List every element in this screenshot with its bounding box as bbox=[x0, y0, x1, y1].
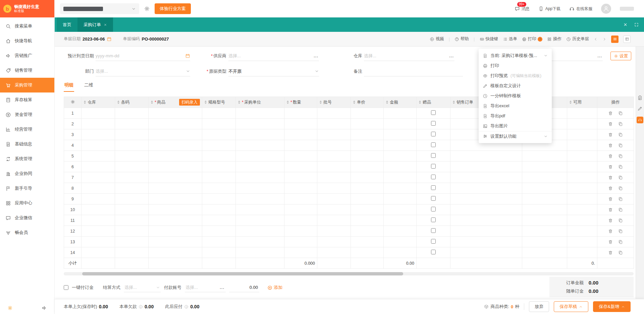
delete-row-icon[interactable] bbox=[608, 250, 613, 255]
cell-amount[interactable] bbox=[384, 215, 417, 226]
help-button[interactable]: 帮助 bbox=[454, 36, 469, 42]
cell-available[interactable] bbox=[567, 194, 597, 204]
sidebar-item-collaboration[interactable]: 企业协同 bbox=[0, 166, 54, 181]
cell-spec[interactable] bbox=[202, 151, 236, 162]
cell-unit[interactable] bbox=[236, 237, 284, 247]
cell-amount[interactable] bbox=[384, 194, 417, 204]
user-avatar[interactable] bbox=[601, 4, 611, 14]
menu-print-preview[interactable]: 打印预览(可编辑当前模板) bbox=[479, 71, 552, 81]
cell-available[interactable] bbox=[567, 119, 597, 129]
cell-batch[interactable] bbox=[317, 204, 351, 215]
copy-row-icon[interactable] bbox=[618, 132, 623, 137]
cell-price[interactable] bbox=[351, 215, 384, 226]
cell-warehouse[interactable] bbox=[82, 129, 115, 140]
cell-spec[interactable] bbox=[202, 129, 236, 140]
cell-amount[interactable] bbox=[384, 129, 417, 140]
view-toggle-table[interactable] bbox=[623, 36, 631, 43]
delete-row-icon[interactable] bbox=[608, 132, 613, 137]
gift-checkbox[interactable] bbox=[431, 132, 436, 136]
cell-batch[interactable] bbox=[317, 108, 351, 119]
doc-date-value[interactable]: 2023-06-06 bbox=[83, 37, 105, 42]
gift-checkbox[interactable] bbox=[431, 207, 436, 211]
cell-batch[interactable] bbox=[317, 172, 351, 183]
delete-row-icon[interactable] bbox=[608, 154, 613, 159]
cell-available[interactable] bbox=[567, 183, 597, 194]
cell-package[interactable] bbox=[522, 237, 567, 247]
cell-goods[interactable] bbox=[149, 247, 202, 258]
cell-batch[interactable] bbox=[317, 119, 351, 129]
sidebar-item-guide[interactable]: 新手引导 bbox=[0, 181, 54, 196]
delete-row-icon[interactable] bbox=[608, 197, 613, 201]
cell-batch[interactable] bbox=[317, 237, 351, 247]
cell-spec[interactable] bbox=[202, 172, 236, 183]
cell-package[interactable] bbox=[522, 172, 567, 183]
expected-date-input[interactable] bbox=[96, 53, 183, 58]
cell-warehouse[interactable] bbox=[82, 237, 115, 247]
cell-quantity[interactable] bbox=[284, 237, 317, 247]
cell-goods[interactable] bbox=[149, 129, 202, 140]
cell-goods[interactable] bbox=[149, 215, 202, 226]
cell-unit[interactable] bbox=[236, 108, 284, 119]
clipboard-icon[interactable] bbox=[637, 95, 643, 101]
add-payment-button[interactable]: 添加 bbox=[267, 285, 282, 291]
cell-batch[interactable] bbox=[317, 162, 351, 172]
gift-checkbox[interactable] bbox=[431, 239, 436, 244]
column-settings-button[interactable] bbox=[64, 97, 82, 108]
delete-row-icon[interactable] bbox=[608, 143, 613, 148]
delete-row-icon[interactable] bbox=[608, 240, 613, 244]
cell-available[interactable] bbox=[567, 151, 597, 162]
menu-current-template[interactable]: 当前: 采购订单模板-预... bbox=[479, 51, 552, 61]
cell-unit[interactable] bbox=[236, 215, 284, 226]
cell-spec[interactable] bbox=[202, 194, 236, 204]
scrollbar-thumb[interactable] bbox=[82, 272, 403, 275]
scan-input-button[interactable]: 扫码录入 bbox=[179, 99, 200, 106]
cell-batch[interactable] bbox=[317, 247, 351, 258]
settle-method-select[interactable]: 选择... bbox=[124, 283, 161, 292]
sidebar-item-sales[interactable]: 销售管理 bbox=[0, 63, 54, 78]
cell-warehouse[interactable] bbox=[82, 215, 115, 226]
print-button[interactable]: 打印 bbox=[522, 36, 542, 42]
cell-unit[interactable] bbox=[236, 226, 284, 237]
cell-barcode[interactable] bbox=[115, 129, 149, 140]
menu-template-design[interactable]: 模板自定义设计 bbox=[479, 81, 552, 91]
cell-package[interactable] bbox=[522, 215, 567, 226]
cell-quantity[interactable] bbox=[284, 204, 317, 215]
sidebar-item-marketing[interactable]: 营销推广 bbox=[0, 48, 54, 63]
col-quantity[interactable]: *数量 bbox=[284, 97, 317, 108]
cell-amount[interactable] bbox=[384, 183, 417, 194]
cell-unit[interactable] bbox=[236, 151, 284, 162]
cell-spec[interactable] bbox=[202, 140, 236, 151]
cell-package[interactable] bbox=[522, 162, 567, 172]
copy-row-icon[interactable] bbox=[618, 218, 623, 223]
next-doc-icon[interactable] bbox=[602, 37, 606, 41]
cell-package[interactable] bbox=[522, 183, 567, 194]
cell-available[interactable] bbox=[567, 108, 597, 119]
cell-sales-order[interactable] bbox=[450, 172, 522, 183]
cell-price[interactable] bbox=[351, 119, 384, 129]
cell-unit[interactable] bbox=[236, 204, 284, 215]
prev-doc-icon[interactable] bbox=[594, 37, 598, 41]
remark-input[interactable] bbox=[364, 69, 463, 74]
copy-row-icon[interactable] bbox=[618, 197, 623, 201]
cell-goods[interactable] bbox=[149, 108, 202, 119]
cell-spec[interactable] bbox=[202, 162, 236, 172]
copy-row-icon[interactable] bbox=[618, 175, 623, 180]
close-tab-icon[interactable] bbox=[104, 23, 107, 26]
sidebar-item-inventory[interactable]: 库存核算 bbox=[0, 92, 54, 107]
cell-sales-order[interactable] bbox=[450, 215, 522, 226]
cell-spec[interactable] bbox=[202, 119, 236, 129]
delete-row-icon[interactable] bbox=[608, 165, 613, 169]
cell-amount[interactable] bbox=[384, 237, 417, 247]
cell-price[interactable] bbox=[351, 162, 384, 172]
gift-checkbox[interactable] bbox=[431, 217, 436, 222]
cell-quantity[interactable] bbox=[284, 162, 317, 172]
cell-batch[interactable] bbox=[317, 151, 351, 162]
cell-price[interactable] bbox=[351, 204, 384, 215]
cell-barcode[interactable] bbox=[115, 151, 149, 162]
operations-button[interactable]: 操作 bbox=[547, 36, 561, 42]
col-available[interactable]: 可用 bbox=[567, 97, 597, 108]
pay-account-select[interactable]: 选择... ... bbox=[185, 283, 226, 292]
cell-available[interactable] bbox=[567, 215, 597, 226]
save-draft-button[interactable]: 保存草稿 bbox=[554, 301, 588, 312]
cell-goods[interactable] bbox=[149, 226, 202, 237]
